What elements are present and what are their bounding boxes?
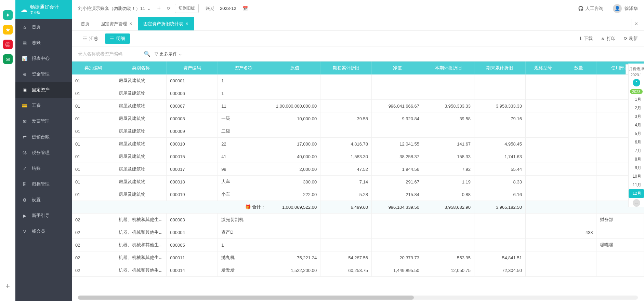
sidebar-item-label: 资金管理 bbox=[32, 71, 50, 77]
month-item[interactable]: 8月 bbox=[629, 155, 644, 164]
sidebar-item-invoice[interactable]: ✉发票管理 bbox=[15, 113, 72, 129]
sidebar-item-close[interactable]: ✓结账 bbox=[15, 161, 72, 176]
month-item[interactable]: 4月 bbox=[629, 121, 644, 129]
month-item[interactable]: 1月 bbox=[629, 95, 644, 104]
table-row[interactable]: 01 房屋及建筑物 000010 22 17,000.00 4,816.78 1… bbox=[72, 138, 644, 150]
table-row[interactable]: 02 机器、机械和其他生... 000011 抛丸机 75,221.24 54,… bbox=[72, 251, 644, 264]
sidebar-item-stock[interactable]: ⇄进销台账 bbox=[15, 129, 72, 145]
account-select[interactable]: 刘小艳演示账套（勿删勿动！）11 ⌄ bbox=[78, 5, 151, 12]
stock-icon: ⇄ bbox=[22, 135, 28, 140]
list-icon: ☰ bbox=[110, 36, 114, 41]
period-label: 账期 bbox=[206, 5, 214, 12]
month-item[interactable]: 9月 bbox=[629, 164, 644, 172]
month-item[interactable]: 10月 bbox=[629, 172, 644, 181]
headset-icon: 🎧 bbox=[578, 6, 583, 11]
table-row[interactable]: 02 机器、机械和其他生... 000005 1 嘿嘿嘿 bbox=[72, 239, 644, 251]
add-account-button[interactable]: + bbox=[155, 5, 163, 12]
month-item[interactable]: 12月 bbox=[629, 189, 644, 198]
month-item[interactable]: 6月 bbox=[629, 138, 644, 147]
manual-consult-button[interactable]: 🎧 人工咨询 bbox=[578, 5, 603, 12]
archive-icon: 🗄 bbox=[22, 182, 28, 187]
user-info[interactable]: 👤 徐泽华 bbox=[613, 4, 638, 13]
table-row[interactable]: 02 机器、机械和其他生... 000004 资产D 433 bbox=[72, 226, 644, 239]
year-badge[interactable]: 2023 bbox=[630, 89, 642, 94]
month-scroll-up-button[interactable]: ⌃ bbox=[633, 79, 640, 86]
sidebar-item-salary[interactable]: 💳工资 bbox=[15, 98, 72, 113]
table-row[interactable]: 01 房屋及建筑物 000008 一级 10,000.00 39.58 9,92… bbox=[72, 112, 644, 125]
tab-close-icon[interactable]: ✕ bbox=[129, 22, 132, 26]
layers-icon: ☲ bbox=[83, 36, 87, 41]
asset-icon: ▣ bbox=[22, 87, 28, 93]
table-row[interactable]: 02 机器、机械和其他生... 000003 激光切割机 财务部 bbox=[72, 214, 644, 226]
column-header: 净值 bbox=[372, 61, 423, 74]
refresh-account-icon[interactable]: ⟳ bbox=[167, 6, 171, 11]
sidebar-item-label: 设置 bbox=[32, 197, 41, 203]
tab[interactable]: 固定资产管理✕ bbox=[95, 17, 138, 30]
sidebar-item-archive[interactable]: 🗄归档管理 bbox=[15, 176, 72, 192]
sidebar-item-home[interactable]: ⌂首页 bbox=[15, 19, 72, 35]
tab[interactable]: 首页 bbox=[75, 17, 95, 30]
quick-add-icon[interactable]: + bbox=[5, 282, 10, 291]
consult-label: 人工咨询 bbox=[586, 5, 603, 12]
print-button[interactable]: 🖨 打印 bbox=[601, 36, 616, 42]
invoice-icon: ✉ bbox=[22, 119, 28, 124]
close-all-tabs-button[interactable]: ✕ bbox=[631, 19, 641, 29]
sidebar-item-label: 总账 bbox=[32, 40, 41, 46]
month-item[interactable]: 2月 bbox=[629, 104, 644, 112]
month-scroll-down-button[interactable]: ⌄ bbox=[633, 199, 640, 207]
user-name: 徐泽华 bbox=[625, 5, 638, 12]
tab[interactable]: 固定资产折旧统计表✕ bbox=[138, 17, 194, 30]
sidebar: ☁ 畅捷通好会计 专业版 ⌂首页▤总账📊报表中心⊕资金管理▣固定资产💳工资✉发票… bbox=[15, 0, 72, 301]
quick-icon-weibo[interactable]: ㊣ bbox=[3, 40, 13, 49]
sidebar-item-guide[interactable]: ▶新手引导 bbox=[15, 208, 72, 223]
sidebar-item-ledger[interactable]: ▤总账 bbox=[15, 35, 72, 51]
table-row[interactable]: 01 房屋及建筑物 000018 大车 300.00 7.14 291.67 1… bbox=[72, 176, 644, 188]
sidebar-item-settings[interactable]: ⚙设置 bbox=[15, 192, 72, 208]
refresh-button[interactable]: ⟳ 刷新 bbox=[624, 36, 638, 42]
column-header: 原值 bbox=[269, 61, 320, 74]
view-summary-tab[interactable]: ☲ 汇总 bbox=[78, 33, 103, 44]
table-row[interactable]: 01 房屋及建筑物 000019 小车 222.00 5.28 215.84 0… bbox=[72, 188, 644, 201]
column-header: 本期计提折旧 bbox=[423, 61, 474, 74]
month-selector-panel: 月份选择 2023.1 ⌃ 2023 1月2月3月4月5月6月7月8月9月10月… bbox=[628, 64, 644, 207]
column-header: 资产编码 bbox=[167, 61, 218, 74]
table-row[interactable]: 🎁合计： 1,000,069,522.00 6,499.60 996,104,3… bbox=[72, 201, 644, 214]
tab-label: 固定资产折旧统计表 bbox=[143, 21, 183, 27]
quick-icon-favorites[interactable]: ★ bbox=[3, 25, 13, 35]
avatar: 👤 bbox=[613, 4, 622, 13]
table-row[interactable]: 02 机器、机械和其他生... 000014 发发发 1,522,200.00 … bbox=[72, 264, 644, 277]
column-header: 期初累计折旧 bbox=[320, 61, 372, 74]
search-icon[interactable]: 🔍 bbox=[144, 51, 150, 57]
month-item[interactable]: 7月 bbox=[629, 147, 644, 155]
table-row[interactable]: 01 房屋及建筑物 000006 1 bbox=[72, 87, 644, 100]
month-item[interactable]: 5月 bbox=[629, 129, 644, 138]
month-item[interactable]: 11月 bbox=[629, 181, 644, 189]
switch-old-version-button[interactable]: 切到旧版 bbox=[175, 4, 199, 13]
sidebar-item-tax[interactable]: %税务管理 bbox=[15, 145, 72, 161]
table-row[interactable]: 01 房屋及建筑物 000015 41 40,000.00 1,583.30 3… bbox=[72, 150, 644, 163]
ledger-icon: ▤ bbox=[22, 40, 28, 45]
more-conditions-button[interactable]: ▽ 更多条件 ⌄ bbox=[155, 51, 182, 57]
table-row[interactable]: 01 房屋及建筑物 000001 1 bbox=[72, 74, 644, 87]
scrollbar-thumb[interactable] bbox=[78, 296, 414, 300]
sidebar-item-vip[interactable]: V畅会员 bbox=[15, 223, 72, 239]
month-item[interactable]: 3月 bbox=[629, 112, 644, 121]
depreciation-table: 类别编码类别名称资产编码资产名称原值期初累计折旧净值本期计提折旧期末累计折旧规格… bbox=[72, 61, 644, 277]
download-button[interactable]: ⬇ 下载 bbox=[579, 36, 593, 42]
search-input[interactable] bbox=[78, 51, 140, 56]
table-row[interactable]: 01 房屋及建筑物 000017 99 2,000.00 47.52 1,944… bbox=[72, 163, 644, 176]
column-header: 期末累计折旧 bbox=[474, 61, 525, 74]
sidebar-item-fund[interactable]: ⊕资金管理 bbox=[15, 66, 72, 82]
view-detail-tab[interactable]: ☰ 明细 bbox=[105, 33, 130, 44]
table-row[interactable]: 01 房屋及建筑物 000009 二级 bbox=[72, 125, 644, 138]
sidebar-item-asset[interactable]: ▣固定资产 bbox=[15, 82, 72, 98]
horizontal-scrollbar[interactable] bbox=[78, 296, 638, 300]
calendar-icon[interactable]: 📅 bbox=[242, 6, 248, 11]
quick-icon-mail[interactable]: ✉ bbox=[3, 54, 13, 64]
sidebar-item-report[interactable]: 📊报表中心 bbox=[15, 51, 72, 66]
table-row[interactable]: 01 房屋及建筑物 000007 11 1,00,000,000,000.00 … bbox=[72, 100, 644, 112]
gift-icon: 🎁 bbox=[245, 204, 251, 209]
quick-icon-app[interactable]: ✦ bbox=[3, 10, 13, 20]
sidebar-item-label: 报表中心 bbox=[32, 55, 50, 61]
tab-close-icon[interactable]: ✕ bbox=[185, 22, 188, 26]
